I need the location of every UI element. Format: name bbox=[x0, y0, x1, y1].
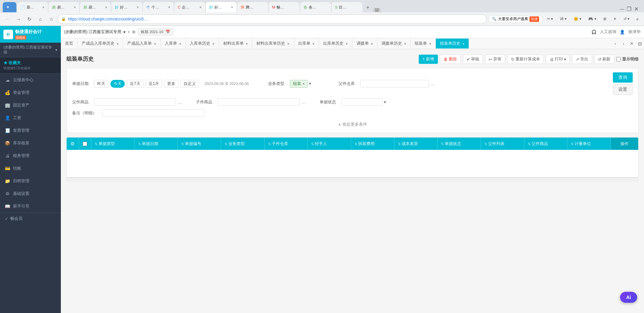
browser-tab-11[interactable]: S 目… bbox=[332, 2, 362, 12]
export-btn[interactable]: ↗ 导出 bbox=[572, 55, 592, 64]
col-disassembly-fee[interactable]: ⇅ 拆装费用 bbox=[351, 138, 394, 150]
tab-scroll-left[interactable]: ‹ bbox=[611, 39, 619, 49]
bill-status-dropdown[interactable]: ▾ bbox=[384, 100, 386, 104]
bill-status-select[interactable] bbox=[341, 98, 383, 106]
page-tab-assembly[interactable]: 组装单 × bbox=[411, 39, 435, 48]
recalculate-btn[interactable]: ↻ 重新计算成本 bbox=[507, 55, 544, 64]
tab-close-1[interactable]: × bbox=[42, 5, 44, 9]
reload-button[interactable]: ↻ bbox=[25, 14, 34, 24]
horizontal-scrollbar[interactable] bbox=[66, 177, 639, 182]
print-btn[interactable]: 🖨 打印 ▾ bbox=[546, 55, 570, 64]
browser-tab-1[interactable]: 📄 新… × bbox=[17, 2, 48, 12]
col-parent-list[interactable]: ⇅ 父件列表 bbox=[481, 138, 524, 150]
sun-btn[interactable]: ☀ bbox=[611, 16, 619, 22]
browser-tab-9[interactable]: M 畅… bbox=[269, 2, 299, 12]
sidebar-item-finance[interactable]: 💰 资金管理 bbox=[0, 86, 61, 99]
new-tab-button[interactable]: + bbox=[363, 3, 373, 12]
col-parent-goods[interactable]: ⇅ 父件商品 bbox=[524, 138, 568, 150]
help-icon[interactable]: 🎧 bbox=[591, 30, 596, 34]
parent-goods-more[interactable]: … bbox=[176, 99, 184, 105]
browser-tab-7-active[interactable]: 好 好… × bbox=[206, 2, 237, 12]
parent-warehouse-input[interactable] bbox=[360, 80, 429, 87]
tab-close-current[interactable]: ✕ bbox=[628, 39, 636, 49]
sidebar-item-checkout[interactable]: 💳 结账 bbox=[0, 162, 61, 175]
scissors-btn[interactable]: ✂ ▾ bbox=[544, 16, 556, 22]
bookmark-button[interactable]: ☆ bbox=[46, 14, 56, 24]
browser-tab-10[interactable]: 各 各… bbox=[300, 2, 331, 12]
minimize-button[interactable]: ─ bbox=[620, 6, 624, 12]
browser-tab-4[interactable]: 好 好… × bbox=[111, 2, 142, 12]
browser-tab-6[interactable]: C 企… × bbox=[174, 2, 205, 12]
tab-close-active[interactable]: × bbox=[462, 42, 465, 46]
page-tab-warehouse-in-history[interactable]: 入库单历史 × bbox=[186, 39, 219, 48]
tab-close-4[interactable]: × bbox=[137, 5, 139, 9]
sidebar-company[interactable]: (勿删勿禁用) 江西服宝测试专用 ▾ bbox=[0, 43, 61, 57]
sidebar-item-tax[interactable]: 🖨 税务管理 bbox=[0, 150, 61, 162]
parent-goods-input[interactable] bbox=[94, 98, 176, 106]
page-tab-material-out-history[interactable]: 材料出库单历史 × bbox=[252, 39, 294, 48]
help-label[interactable]: 人工咨询 bbox=[600, 29, 616, 35]
page-tab-production-in[interactable]: 产成品入库单 × bbox=[123, 39, 160, 48]
col-handler[interactable]: ⇅ 经手人 bbox=[308, 138, 351, 150]
date-btn-custom[interactable]: 自定义 bbox=[180, 80, 199, 88]
col-child-warehouse[interactable]: ⇅ 子件仓库 bbox=[265, 138, 308, 150]
browser-tab-3[interactable]: 易 易… × bbox=[80, 2, 111, 12]
tab-close-6[interactable]: × bbox=[200, 5, 202, 9]
sidebar-item-fixed-assets[interactable]: 🏢 固定资产 bbox=[0, 99, 61, 112]
select-all-checkbox[interactable] bbox=[83, 142, 87, 146]
emoji-btn[interactable]: 😊 ▾ bbox=[571, 16, 584, 22]
ai-button[interactable]: Ai bbox=[620, 292, 637, 303]
settings-button[interactable]: 设置 bbox=[613, 84, 633, 95]
page-tab-out[interactable]: 出库单 × bbox=[294, 39, 319, 48]
page-tab-transfer[interactable]: 调拨单 × bbox=[352, 39, 377, 48]
company-dropdown-arrow[interactable]: ▾ bbox=[123, 30, 125, 34]
tab-close[interactable]: × bbox=[312, 42, 314, 46]
close-button[interactable]: ✕ bbox=[634, 6, 639, 12]
tab-close-5[interactable]: × bbox=[168, 5, 170, 9]
browser-tab-8[interactable]: 腾 腾… bbox=[237, 2, 268, 12]
browser-tab-2[interactable]: 易 易… × bbox=[49, 2, 79, 12]
page-tab-home[interactable]: 首页 bbox=[61, 39, 78, 48]
sidebar-item-guide[interactable]: 📖 新手引导 bbox=[0, 200, 61, 213]
col-unit[interactable]: ⇅ 计量单位 bbox=[567, 138, 611, 150]
sidebar-favorites[interactable]: ★ 收藏夹 快捷键打开收藏夹 bbox=[0, 57, 61, 74]
child-goods-more[interactable]: … bbox=[300, 99, 307, 105]
business-tag-remove[interactable]: × bbox=[303, 82, 305, 86]
sidebar-item-inventory[interactable]: 📦 库存核算 bbox=[0, 137, 61, 150]
new-btn[interactable]: + 新增 bbox=[419, 55, 438, 64]
tab-close-7[interactable]: × bbox=[231, 5, 233, 9]
business-type-dropdown[interactable]: ▾ bbox=[308, 81, 312, 86]
col-bill-status[interactable]: ⇅ 单据状态 bbox=[438, 138, 481, 150]
tab-close[interactable]: × bbox=[287, 42, 289, 46]
query-button[interactable]: 查询 bbox=[613, 72, 633, 83]
date-btn-yesterday[interactable]: 昨天 bbox=[94, 80, 108, 88]
home-button[interactable]: ⌂ bbox=[36, 14, 45, 24]
game-btn[interactable]: 🎮 ▾ bbox=[586, 16, 599, 22]
restore-button[interactable]: ❒ bbox=[627, 6, 631, 12]
table-gear-btn[interactable]: ⚙ bbox=[67, 138, 79, 150]
tab-close[interactable]: × bbox=[404, 42, 406, 46]
tab-close[interactable]: × bbox=[179, 42, 181, 46]
add-company-btn[interactable]: + bbox=[128, 30, 130, 34]
tab-close-2[interactable]: × bbox=[74, 5, 76, 9]
approve-btn[interactable]: ✔ 审核 bbox=[463, 55, 483, 64]
grid-btn[interactable]: ⊞ bbox=[601, 16, 609, 22]
tab-close[interactable]: × bbox=[371, 42, 373, 46]
col-biz-type[interactable]: ⇅ 业务类型 bbox=[221, 138, 265, 150]
date-btn-1month[interactable]: 近1月 bbox=[146, 80, 162, 88]
tab-close-3[interactable]: × bbox=[105, 5, 107, 9]
translate-btn[interactable]: 译 ▾ bbox=[557, 15, 569, 23]
date-btn-7days[interactable]: 近7天 bbox=[127, 80, 144, 88]
browser-tab-app[interactable]: ✦ bbox=[3, 2, 16, 12]
collapse-button[interactable]: ∧ 收起更多条件 bbox=[72, 120, 633, 129]
remarks-input[interactable] bbox=[102, 109, 205, 117]
tab-close[interactable]: × bbox=[246, 42, 248, 46]
col-bill-date[interactable]: ⇅ 单据日期 bbox=[135, 138, 178, 150]
sidebar-member[interactable]: ✓ 畅会员 bbox=[5, 216, 56, 222]
address-bar[interactable]: 🔒 https://cloud.chanjet.com/accounting/u… bbox=[57, 14, 487, 24]
child-goods-input[interactable] bbox=[218, 98, 300, 106]
tab-close[interactable]: × bbox=[212, 42, 214, 46]
page-tab-transfer-history[interactable]: 调拨单历史 × bbox=[377, 39, 411, 48]
tab-settings-btn[interactable]: ⊟ bbox=[636, 39, 644, 49]
period-tag[interactable]: 账期 2021-10 📅 bbox=[138, 28, 173, 35]
